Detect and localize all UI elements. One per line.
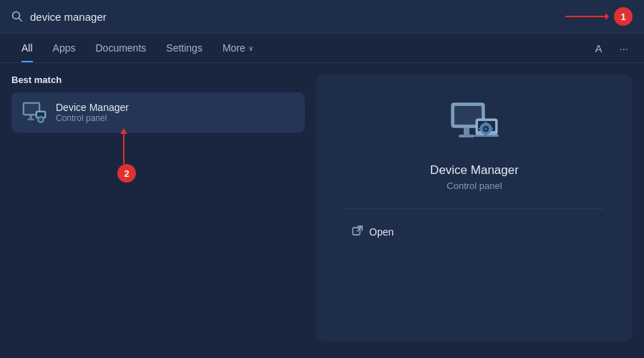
annotation-2-container: 2: [11, 132, 305, 183]
svg-rect-5: [27, 119, 34, 120]
open-button[interactable]: Open: [345, 221, 401, 243]
svg-rect-13: [459, 135, 474, 137]
search-input[interactable]: [30, 11, 558, 23]
right-panel: Device Manager Control panel Open: [316, 74, 633, 341]
annotation-1-arrow: [565, 16, 608, 17]
detail-app-name: Device Manager: [430, 163, 519, 178]
svg-rect-22: [479, 128, 482, 130]
a-icon-button[interactable]: A: [590, 39, 606, 57]
device-manager-icon-large: [446, 95, 503, 152]
device-manager-icon-small: [21, 100, 47, 125]
annotation-1-group: 1: [565, 7, 633, 26]
main-content: Best match: [0, 63, 644, 352]
svg-rect-21: [485, 133, 487, 136]
annotation-2-group: 2: [112, 132, 136, 183]
tab-more[interactable]: More ∨: [213, 34, 263, 62]
svg-rect-20: [485, 122, 487, 125]
svg-rect-23: [490, 128, 493, 130]
annotation-badge-2: 2: [117, 164, 136, 183]
tabs-right-actions: A ···: [590, 39, 633, 57]
more-chevron-icon: ∨: [248, 44, 253, 52]
tab-apps[interactable]: Apps: [43, 34, 86, 62]
result-item-name: Device Manager: [56, 102, 295, 113]
annotation-badge-1: 1: [614, 7, 633, 26]
tab-documents[interactable]: Documents: [85, 34, 156, 62]
svg-rect-4: [29, 115, 32, 119]
search-icon: [11, 11, 23, 22]
more-options-button[interactable]: ···: [615, 39, 633, 57]
result-item-text: Device Manager Control panel: [56, 102, 295, 123]
tab-settings[interactable]: Settings: [156, 34, 213, 62]
tab-all[interactable]: All: [11, 34, 43, 62]
result-item-device-manager[interactable]: Device Manager Control panel: [11, 92, 305, 132]
open-external-icon: [352, 225, 364, 238]
svg-line-1: [19, 19, 22, 21]
tabs-bar: All Apps Documents Settings More ∨ A ···: [0, 34, 644, 63]
annotation-2-arrow-line: [123, 132, 125, 164]
best-match-label: Best match: [11, 74, 305, 85]
svg-point-19: [484, 127, 487, 130]
annotation-2-arrowhead: [120, 128, 127, 134]
divider: [345, 208, 604, 209]
open-label: Open: [369, 226, 394, 238]
detail-app-subtitle: Control panel: [447, 180, 502, 191]
svg-point-9: [39, 118, 43, 122]
left-panel: Best match: [11, 74, 305, 341]
svg-rect-12: [464, 127, 469, 135]
svg-rect-24: [353, 228, 360, 235]
search-bar-container: 1: [0, 0, 644, 34]
result-item-subtitle: Control panel: [56, 113, 295, 123]
